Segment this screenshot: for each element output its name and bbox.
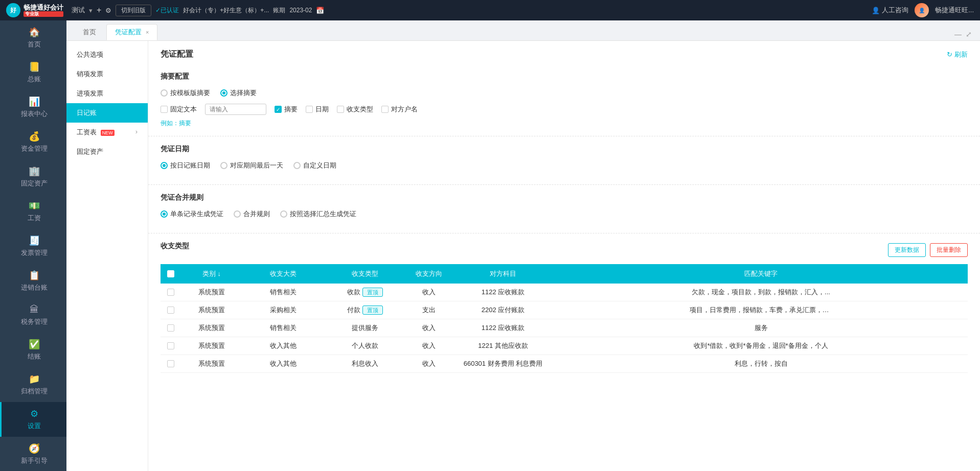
left-nav-fixed-assets-sub-label: 固定资产: [77, 148, 103, 155]
sidebar-item-archive[interactable]: 📁 归档管理: [0, 367, 66, 402]
sidebar-item-label: 首页: [28, 40, 41, 49]
sidebar-item-payroll[interactable]: 💵 工资: [0, 194, 66, 229]
logo-text: 畅捷通好会计 专业版: [24, 4, 63, 17]
expand-icon[interactable]: ⤢: [966, 30, 972, 38]
tab-close-icon[interactable]: ×: [146, 29, 149, 35]
select-all-checkbox[interactable]: ☐: [167, 270, 174, 277]
switch-version-button[interactable]: 切到旧版: [116, 5, 151, 16]
sidebar-item-home[interactable]: 🏠 首页: [0, 20, 66, 55]
row-checkbox-cell[interactable]: [161, 284, 181, 301]
row-checkbox-cell[interactable]: [161, 319, 181, 337]
logo-area: 好 畅捷通好会计 专业版: [6, 3, 67, 17]
ledger-icon: 📒: [29, 61, 40, 73]
radio-journal-date[interactable]: 按日记账日期: [161, 161, 210, 170]
top-bar-middle: 测试 ▾ + ⚙ 切到旧版 ✓已认证 好会计（专）+好生意（标）+... 账期 …: [72, 5, 868, 16]
calendar-icon[interactable]: 📅: [316, 7, 324, 14]
update-data-button[interactable]: 更新数据: [888, 243, 926, 257]
checkbox-counterparty[interactable]: 对方户名: [381, 105, 418, 114]
th-category[interactable]: 类别 ↓: [181, 264, 242, 284]
minimize-icon[interactable]: —: [954, 30, 962, 38]
sidebar-item-settings[interactable]: ⚙ 设置: [0, 402, 66, 437]
radio-summary-generate[interactable]: 按照选择汇总生成凭证: [280, 209, 356, 219]
type-tag[interactable]: 置顶: [362, 305, 383, 315]
radio-merge-rules[interactable]: 合并规则: [234, 209, 270, 219]
add-icon[interactable]: +: [97, 6, 101, 15]
row-checkbox-cell[interactable]: [161, 301, 181, 319]
summary-radio-group: 按模板版摘要 选择摘要: [161, 88, 968, 98]
checkbox-fixed-text[interactable]: 固定文本: [161, 105, 197, 114]
row-type-big: 收入其他: [242, 355, 324, 373]
fixed-text-input[interactable]: [205, 104, 266, 115]
row-direction: 收入: [406, 355, 452, 373]
tab-bar-actions: — ⤢: [954, 30, 972, 40]
left-nav-public[interactable]: 公共选项: [66, 45, 148, 64]
row-category: 系统预置: [181, 355, 242, 373]
page-title: 凭证配置: [161, 49, 193, 60]
row-checkbox[interactable]: [167, 307, 174, 314]
row-type-big: 销售相关: [242, 319, 324, 337]
row-checkbox-cell[interactable]: [161, 355, 181, 373]
th-keyword: 匹配关键字: [554, 264, 968, 284]
tutorial-icon: 🧭: [29, 443, 40, 454]
checkbox-summary[interactable]: ✓ 摘要: [275, 105, 298, 114]
row-checkbox-cell[interactable]: [161, 337, 181, 355]
tab-home[interactable]: 首页: [75, 24, 104, 40]
new-badge: NEW: [101, 130, 115, 136]
row-account: 1122 应收账款: [452, 284, 554, 301]
radio-period-last-circle: [220, 162, 227, 169]
row-keywords: 服务: [554, 319, 968, 337]
type-tag[interactable]: 置顶: [362, 288, 383, 297]
row-checkbox[interactable]: [167, 342, 174, 349]
sidebar-item-close-account[interactable]: ✅ 结账: [0, 333, 66, 367]
sidebar-item-tutorial[interactable]: 🧭 新手引导: [0, 437, 66, 471]
radio-template-summary[interactable]: 按模板版摘要: [161, 88, 210, 98]
sidebar-item-fixed-assets[interactable]: 🏢 固定资产: [0, 159, 66, 194]
left-nav-journal[interactable]: 日记账: [66, 103, 148, 123]
row-checkbox[interactable]: [167, 324, 174, 332]
avatar[interactable]: 👤: [915, 3, 929, 17]
radio-period-last[interactable]: 对应期间最后一天: [220, 161, 283, 170]
left-nav-purchase-invoice[interactable]: 进项发票: [66, 84, 148, 103]
batch-delete-button[interactable]: 批量删除: [930, 243, 968, 257]
logo-line1: 畅捷通好会计: [24, 4, 63, 12]
left-nav-sales-invoice[interactable]: 销项发票: [66, 64, 148, 84]
radio-custom-date[interactable]: 自定义日期: [293, 161, 336, 170]
human-service-button[interactable]: 👤 人工咨询: [872, 6, 908, 15]
sidebar-item-invoice[interactable]: 🧾 发票管理: [0, 229, 66, 264]
sidebar-item-funds[interactable]: 💰 资金管理: [0, 125, 66, 159]
left-nav-payroll-table[interactable]: 工资表 NEW ›: [66, 123, 148, 142]
left-nav-purchase-invoice-label: 进项发票: [77, 89, 103, 97]
checkbox-date[interactable]: 日期: [306, 105, 329, 114]
chevron-down-icon[interactable]: ▾: [89, 7, 93, 14]
gear-icon[interactable]: ⚙: [105, 7, 111, 14]
row-type: 提供服务: [324, 319, 406, 337]
tab-voucher-config[interactable]: 凭证配置 ×: [106, 24, 157, 40]
radio-custom-date-circle: [293, 162, 301, 169]
left-nav-sales-invoice-label: 销项发票: [77, 70, 103, 78]
row-checkbox[interactable]: [167, 360, 174, 367]
checkbox-income-type[interactable]: 收支类型: [337, 105, 373, 114]
voucher-date-title: 凭证日期: [161, 145, 968, 154]
checkbox-income-type-box: [337, 106, 344, 113]
table-row: 系统预置 收入其他 个人收款 收入 1221 其他应收款 收到*借款，收到*备用…: [161, 337, 968, 355]
settings-icon: ⚙: [30, 408, 38, 419]
sidebar-item-tax[interactable]: 🏛 税务管理: [0, 298, 66, 333]
sidebar-item-reports[interactable]: 📊 报表中心: [0, 90, 66, 125]
sidebar-item-label: 税务管理: [21, 317, 48, 326]
radio-select-summary[interactable]: 选择摘要: [220, 88, 257, 98]
left-nav-fixed-assets-sub[interactable]: 固定资产: [66, 142, 148, 161]
checkbox-fixed-text-label: 固定文本: [170, 105, 197, 114]
sidebar-item-purchase-sales[interactable]: 📋 进销台账: [0, 264, 66, 298]
left-nav-journal-label: 日记账: [77, 109, 97, 116]
tab-voucher-config-label: 凭证配置: [115, 28, 142, 37]
radio-merge-rules-label: 合并规则: [243, 209, 270, 219]
sidebar-item-ledger[interactable]: 📒 总账: [0, 55, 66, 90]
checkbox-date-label: 日期: [315, 105, 329, 114]
table-row: 系统预置 销售相关 收款 置顶 收入 1122 应收账款 欠款，现金，项目款，到…: [161, 284, 968, 301]
radio-single-record[interactable]: 单条记录生成凭证: [161, 209, 223, 219]
row-type: 利息收入: [324, 355, 406, 373]
row-checkbox[interactable]: [167, 289, 174, 296]
refresh-button[interactable]: ↻ 刷新: [947, 50, 968, 59]
radio-journal-date-label: 按日记账日期: [170, 161, 210, 170]
radio-select-label: 选择摘要: [230, 88, 257, 98]
